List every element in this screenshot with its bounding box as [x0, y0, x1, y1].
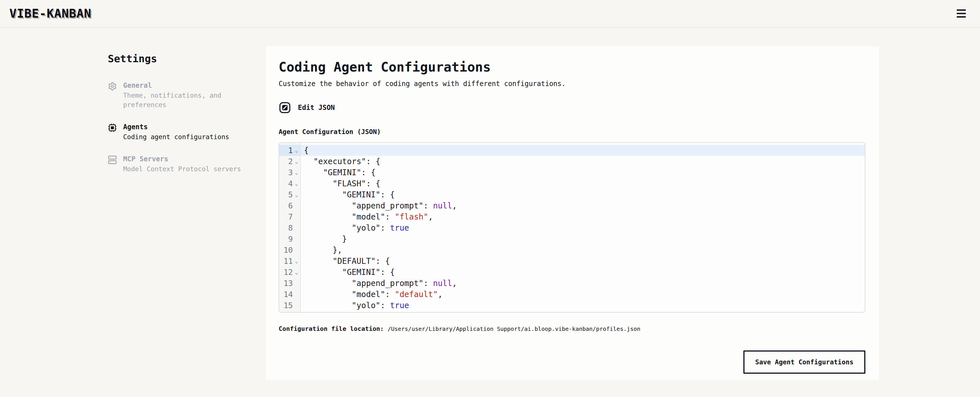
editor-code-line: {: [301, 145, 865, 156]
editor-code-line: "DEFAULT": {: [301, 255, 865, 267]
fold-chevron-icon[interactable]: ⌄: [293, 255, 300, 267]
sidebar-item-label: Agents: [123, 123, 242, 131]
editor-code-line: "GEMINI": {: [301, 267, 865, 278]
fold-chevron-icon[interactable]: ⌄: [293, 167, 300, 178]
edit-json-toggle[interactable]: Edit JSON: [278, 101, 335, 114]
sidebar-item-general[interactable]: General Theme, notifications, and prefer…: [108, 81, 248, 110]
fold-chevron-icon[interactable]: ⌄: [293, 178, 300, 189]
server-icon: [108, 155, 117, 164]
fold-chevron-icon[interactable]: ⌄: [293, 145, 300, 156]
editor-code: { "executors": { "GEMINI": { "FLASH": { …: [301, 143, 865, 312]
save-agent-configurations-button[interactable]: Save Agent Configurations: [743, 351, 865, 374]
editor-code-line: "yolo": true: [301, 222, 865, 233]
editor-line-number: 15: [279, 300, 300, 311]
fold-chevron-icon[interactable]: ⌄: [293, 189, 300, 200]
editor-code-line: "model": "flash",: [301, 211, 865, 222]
page-title: Coding Agent Configurations: [278, 59, 865, 75]
hamburger-menu-icon[interactable]: [957, 8, 966, 19]
editor-line-number: 2⌄: [279, 156, 300, 167]
sidebar-item-mcp-servers[interactable]: MCP Servers Model Context Protocol serve…: [108, 155, 248, 174]
app-logo[interactable]: VIBE-KANBAN: [10, 8, 91, 19]
sidebar-item-description: Model Context Protocol servers: [123, 164, 242, 174]
file-location-path: /Users/user/Library/Application Support/…: [388, 325, 640, 332]
editor-code-line: }: [301, 233, 865, 244]
editor-line-number: 11⌄: [279, 255, 300, 267]
cpu-icon: [108, 123, 117, 132]
editor-line-number: 5⌄: [279, 189, 300, 200]
editor-line-number: 6: [279, 200, 300, 211]
sidebar-item-description: Theme, notifications, and preferences: [123, 91, 242, 110]
gear-icon: [108, 82, 117, 91]
editor-code-line: "executors": {: [301, 156, 865, 167]
sidebar-title: Settings: [108, 53, 248, 65]
editor-code-line: "FLASH": {: [301, 178, 865, 189]
editor-code-line: "GEMINI": {: [301, 189, 865, 200]
editor-line-number: 14: [279, 289, 300, 300]
editor-line-number: 1⌄: [279, 145, 300, 156]
editor-line-number: 13: [279, 278, 300, 289]
save-row: Save Agent Configurations: [278, 351, 865, 374]
sidebar-item-label: MCP Servers: [123, 155, 242, 163]
sidebar-item-label: General: [123, 81, 242, 90]
page-subtitle: Customize the behavior of coding agents …: [278, 80, 865, 88]
editor-line-number: 8: [279, 222, 300, 233]
editor-code-line: "model": "default",: [301, 289, 865, 300]
file-location-label: Configuration file location:: [278, 325, 384, 332]
edit-json-checkbox-icon: [278, 101, 291, 114]
editor-code-line: "append_prompt": null,: [301, 200, 865, 211]
editor-code-line: "yolo": true: [301, 300, 865, 311]
app-header: VIBE-KANBAN: [0, 0, 980, 27]
file-location: Configuration file location: /Users/user…: [278, 325, 865, 332]
fold-chevron-icon[interactable]: ⌄: [293, 267, 300, 278]
editor-line-number: 4⌄: [279, 178, 300, 189]
editor-code-line: },: [301, 244, 865, 255]
editor-gutter: 1⌄2⌄3⌄4⌄5⌄67891011⌄12⌄131415: [279, 143, 301, 312]
editor-code-line: "append_prompt": null,: [301, 278, 865, 289]
main-content-card: Coding Agent Configurations Customize th…: [266, 46, 879, 380]
edit-json-label: Edit JSON: [298, 104, 335, 112]
fold-chevron-icon[interactable]: ⌄: [293, 156, 300, 167]
code-editor[interactable]: 1⌄2⌄3⌄4⌄5⌄67891011⌄12⌄131415 { "executor…: [278, 142, 865, 312]
editor-line-number: 7: [279, 211, 300, 222]
editor-label: Agent Configuration (JSON): [278, 128, 865, 136]
editor-line-number: 10: [279, 244, 300, 255]
editor-code-line: "GEMINI": {: [301, 167, 865, 178]
editor-line-number: 12⌄: [279, 267, 300, 278]
sidebar-item-agents[interactable]: Agents Coding agent configurations: [108, 123, 248, 142]
editor-line-number: 3⌄: [279, 167, 300, 178]
settings-sidebar: Settings General Theme, notifications, a…: [0, 27, 266, 187]
page-layout: Settings General Theme, notifications, a…: [0, 27, 980, 380]
editor-line-number: 9: [279, 233, 300, 244]
sidebar-item-description: Coding agent configurations: [123, 132, 242, 142]
